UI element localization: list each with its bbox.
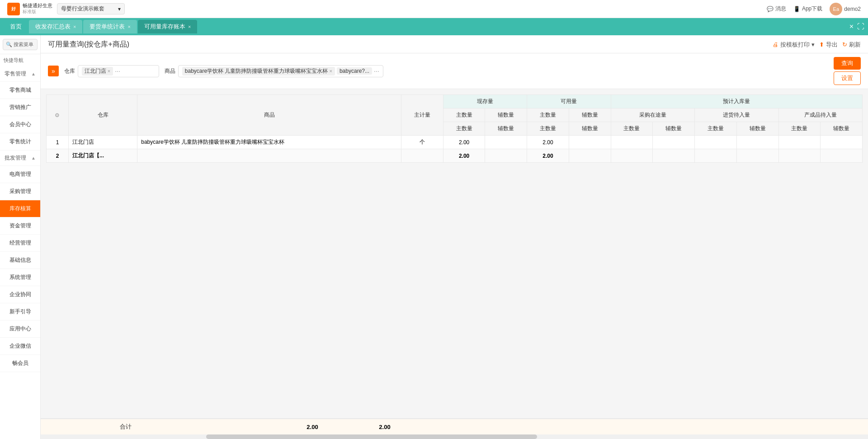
sidebar-item-member[interactable]: 会员中心 — [0, 116, 40, 133]
col-settings[interactable]: ⚙ — [47, 95, 69, 136]
warehouse-label: 仓库 — [64, 67, 75, 75]
sidebar-search-btn[interactable]: 🔍 搜索菜单 — [3, 39, 38, 50]
total-label: 合计 — [50, 423, 132, 431]
row-unit: 个 — [401, 136, 443, 149]
industry-select[interactable]: 母婴行业演示账套 ▾ — [57, 3, 125, 14]
col-forecast-header: 预计入库量 — [611, 95, 862, 109]
product-tag-1: babycare学饮杯 儿童防摔防撞吸管杯重力球吸嘴杯宝宝水杯 × — [182, 67, 335, 76]
sidebar-item-inventory[interactable]: 库存核算 — [0, 200, 40, 217]
c-main-h: 主数量 — [443, 122, 485, 136]
sidebar-item-ecommerce[interactable]: 电商管理 — [0, 166, 40, 183]
app-label: App下载 — [802, 5, 822, 13]
industry-select-label: 母婴行业演示账套 — [61, 5, 104, 13]
query-btn[interactable]: 查询 — [834, 57, 861, 70]
sidebar-item-new-guide[interactable]: 新手引导 — [0, 303, 40, 321]
product-in-header: 产成品待入量 — [778, 109, 863, 122]
tab-order-stats-label: 要货单统计表 — [90, 23, 125, 31]
logo-text: 畅捷通好生意 — [23, 3, 52, 9]
warehouse-tag-close[interactable]: × — [108, 68, 110, 74]
sidebar-item-member2[interactable]: 畅会员 — [0, 355, 40, 372]
tab-order-stats-close[interactable]: × — [127, 24, 130, 29]
sidebar-item-system[interactable]: 系统管理 — [0, 269, 40, 286]
inc-main-h: 主数量 — [695, 122, 737, 136]
user-area[interactable]: Ea demo2 — [830, 3, 861, 15]
purchase-transit-header: 采购在途量 — [611, 109, 694, 122]
export-btn[interactable]: ⬆ 导出 — [819, 41, 838, 49]
print-label: 按模板打印 — [780, 41, 810, 49]
setting-btn[interactable]: 设置 — [834, 71, 861, 85]
tab-available-stock-close[interactable]: × — [188, 24, 191, 29]
message-icon: 💬 — [767, 6, 774, 12]
retail-mgmt-arrow: ▲ — [31, 71, 36, 76]
filter-expand-btn[interactable]: » — [48, 66, 59, 76]
top-bar-left: 好 畅捷通好生意 标准版 母婴行业演示账套 ▾ — [7, 3, 125, 15]
tab-receipts[interactable]: 收发存汇总表 × — [29, 20, 82, 33]
sidebar-item-finance[interactable]: 资金管理 — [0, 217, 40, 235]
row-pi-aux — [821, 136, 863, 149]
sidebar-item-wholesale-mgmt[interactable]: 批发管理 ▲ — [0, 151, 40, 166]
row-available-aux — [569, 136, 611, 149]
warehouse-tag: 江北门店 × — [82, 67, 113, 76]
row-current-main: 2.00 — [443, 149, 485, 163]
refresh-label: 刷新 — [849, 41, 861, 49]
print-btn[interactable]: 🖨 按模板打印 ▾ — [773, 41, 815, 49]
warehouse-input[interactable]: 江北门店 × ··· — [78, 65, 159, 77]
header-actions: 🖨 按模板打印 ▾ ⬆ 导出 ↻ 刷新 — [773, 41, 861, 49]
col-current-header: 现存量 — [443, 95, 527, 109]
logo-sub: 标准版 — [23, 9, 52, 15]
product-input[interactable]: babycare学饮杯 儿童防摔防撞吸管杯重力球吸嘴杯宝宝水杯 × babyca… — [178, 65, 383, 77]
data-table: ⚙ 仓库 商品 主计量 现存量 可用量 预计入库量 主数量 辅数量 主数量 辅数… — [46, 94, 863, 163]
message-btn[interactable]: 💬 消息 — [767, 5, 786, 13]
filter-actions: 查询 设置 — [834, 57, 861, 85]
pi-aux-h: 辅数量 — [821, 122, 863, 136]
row-pi-aux — [821, 149, 863, 163]
warehouse-filter: 仓库 江北门店 × ··· — [64, 65, 159, 77]
sidebar-nav-label[interactable]: 快捷导航 — [0, 54, 40, 66]
product-tag-1-close[interactable]: × — [330, 68, 332, 74]
sidebar-item-app-center[interactable]: 应用中心 — [0, 321, 40, 338]
row-current-aux — [485, 149, 527, 163]
tab-fullscreen-btn[interactable]: ⛶ — [857, 23, 864, 31]
sidebar-item-retail-stats[interactable]: 零售统计 — [0, 133, 40, 151]
tab-home[interactable]: 首页 — [4, 20, 28, 33]
a-main-h: 主数量 — [527, 122, 569, 136]
sidebar-item-operations[interactable]: 经营管理 — [0, 235, 40, 252]
sidebar-item-enterprise-wechat[interactable]: 企业微信 — [0, 338, 40, 355]
sidebar-item-retail-mall[interactable]: 零售商城 — [0, 82, 40, 99]
product-tag-2: babycare?... — [337, 67, 372, 75]
user-name: demo2 — [844, 6, 861, 12]
page-header: 可用量查询(按仓库+商品) 🖨 按模板打印 ▾ ⬆ 导出 ↻ 刷新 — [41, 35, 868, 53]
bottom-scroll[interactable] — [41, 434, 868, 439]
current-aux-header: 辅数量 — [485, 109, 527, 122]
print-arrow: ▾ — [811, 41, 815, 48]
tab-receipts-close[interactable]: × — [73, 24, 76, 29]
tab-available-stock[interactable]: 可用量库存账本 × — [138, 20, 197, 33]
app-download-btn[interactable]: 📱 App下载 — [793, 5, 822, 13]
tab-bar: 首页 收发存汇总表 × 要货单统计表 × 可用量库存账本 × × ⛶ — [0, 18, 868, 35]
top-bar: 好 畅捷通好生意 标准版 母婴行业演示账套 ▾ 💬 消息 📱 App下载 Ea … — [0, 0, 868, 18]
row-inc-main — [695, 149, 737, 163]
total-values: 2.00 2.00 — [141, 424, 403, 430]
pt-main-h: 主数量 — [611, 122, 653, 136]
sidebar-item-marketing[interactable]: 营销推广 — [0, 99, 40, 116]
tab-close-all-btn[interactable]: × — [849, 23, 854, 31]
row-pt-aux — [653, 136, 695, 149]
row-available-aux — [569, 149, 611, 163]
sidebar-item-enterprise[interactable]: 企业协同 — [0, 286, 40, 303]
row-pt-aux — [653, 149, 695, 163]
sidebar-item-retail-mgmt[interactable]: 零售管理 ▲ — [0, 66, 40, 82]
row-inc-aux — [736, 136, 778, 149]
product-more-btn[interactable]: ··· — [374, 67, 379, 75]
row-warehouse: 江北门店【... — [68, 149, 137, 163]
chevron-down-icon: ▾ — [118, 6, 121, 12]
table-row: 1 江北门店 babycare学饮杯 儿童防摔防撞吸管杯重力球吸嘴杯宝宝水杯 个… — [47, 136, 863, 149]
settings-icon[interactable]: ⚙ — [55, 112, 60, 118]
sidebar-item-basic-info[interactable]: 基础信息 — [0, 252, 40, 269]
sidebar-item-purchase[interactable]: 采购管理 — [0, 183, 40, 200]
warehouse-more-btn[interactable]: ··· — [115, 67, 120, 75]
table-footer: 合计 2.00 2.00 — [41, 418, 868, 434]
row-unit — [401, 149, 443, 163]
refresh-btn[interactable]: ↻ 刷新 — [842, 41, 861, 49]
a-aux-h: 辅数量 — [569, 122, 611, 136]
tab-order-stats[interactable]: 要货单统计表 × — [83, 20, 137, 33]
